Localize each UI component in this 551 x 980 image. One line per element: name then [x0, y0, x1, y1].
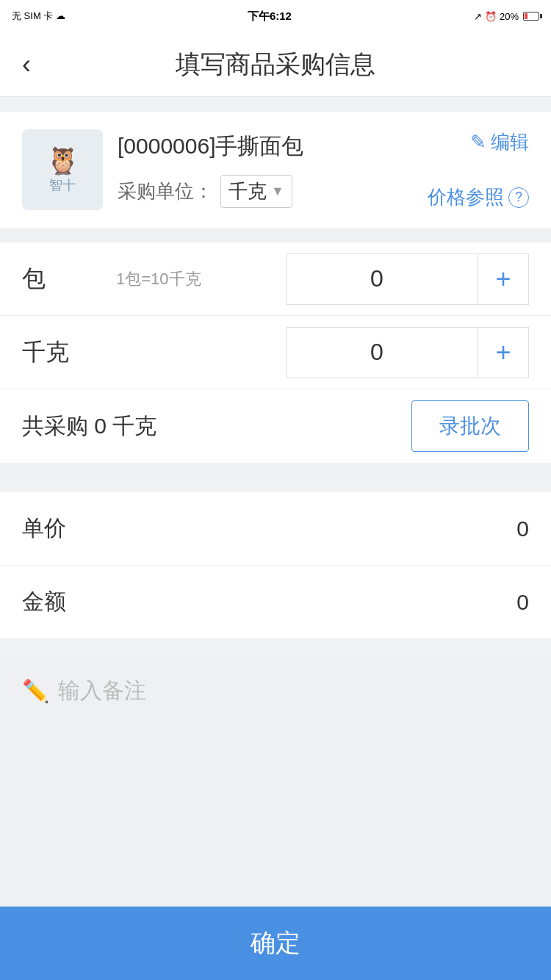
kg-quantity-input[interactable] [287, 327, 478, 378]
price-label: 单价 [22, 514, 66, 544]
divider-2 [0, 463, 551, 478]
edit-button[interactable]: ✎ 编辑 [470, 129, 529, 155]
kg-input-right: + [110, 327, 529, 378]
status-right: ↗ ⏰ 20% [474, 11, 539, 22]
edit-label: 编辑 [491, 129, 529, 155]
unit-dropdown-arrow: ▼ [271, 184, 284, 199]
note-section[interactable]: ✏️ 输入备注 [0, 654, 551, 727]
unit-label: 采购单位： [118, 179, 213, 204]
product-name: [0000006]手撕面包 [118, 131, 529, 162]
divider-1 [0, 228, 551, 242]
product-card: 🦉 智十 [0000006]手撕面包 采购单位： 千克 ▼ ✎ 编辑 价格参照 … [0, 112, 551, 228]
amount-row: 金额 0 [0, 566, 551, 639]
product-image: 🦉 智十 [22, 129, 103, 210]
input-section: 包 1包=10千克 + 千克 + 共采购 0 千克 录批次 [0, 242, 551, 463]
page-title: 填写商品采购信息 [176, 48, 375, 82]
bag-input-row: 包 1包=10千克 + [0, 242, 551, 316]
summary-text: 共采购 0 千克 [22, 411, 156, 442]
alarm-icon: ⏰ [485, 11, 497, 22]
bag-input-right: + [201, 253, 529, 305]
product-logo-icon: 🦉 [46, 145, 79, 176]
nav-bar: ‹ 填写商品采购信息 [0, 32, 551, 97]
back-button[interactable]: ‹ [22, 49, 31, 80]
price-row: 单价 0 [0, 492, 551, 566]
battery-percent: 20% [500, 11, 519, 22]
bag-quantity-input[interactable] [287, 253, 478, 305]
price-value: 0 [516, 516, 529, 541]
kg-label: 千克 [22, 336, 110, 369]
bag-sub-label: 1包=10千克 [116, 268, 201, 290]
edit-icon: ✎ [470, 131, 486, 154]
amount-value: 0 [516, 590, 529, 615]
confirm-button[interactable]: 确定 [0, 907, 551, 980]
kg-plus-button[interactable]: + [478, 327, 529, 378]
summary-row: 共采购 0 千克 录批次 [0, 389, 551, 463]
bag-label: 包 [22, 263, 110, 295]
price-ref-button[interactable]: 价格参照 ? [428, 184, 529, 210]
unit-value: 千克 [228, 179, 267, 204]
detail-section: 单价 0 金额 0 [0, 492, 551, 639]
amount-label: 金额 [22, 587, 66, 617]
price-ref-label: 价格参照 [428, 184, 504, 210]
location-icon: ↗ [474, 11, 482, 22]
bag-plus-button[interactable]: + [478, 253, 529, 305]
help-icon: ? [508, 187, 529, 208]
record-batch-button[interactable]: 录批次 [411, 400, 529, 452]
kg-input-row: 千克 + [0, 316, 551, 389]
product-logo-text: 智十 [46, 176, 79, 194]
pencil-icon: ✏️ [22, 678, 49, 704]
battery-icon [523, 12, 539, 21]
status-signal: 无 SIM 卡 ☁ [12, 10, 65, 23]
status-bar: 无 SIM 卡 ☁ 下午6:12 ↗ ⏰ 20% [0, 0, 551, 32]
note-placeholder: 输入备注 [58, 676, 146, 706]
unit-select[interactable]: 千克 ▼ [220, 175, 292, 208]
status-time: 下午6:12 [248, 10, 292, 24]
